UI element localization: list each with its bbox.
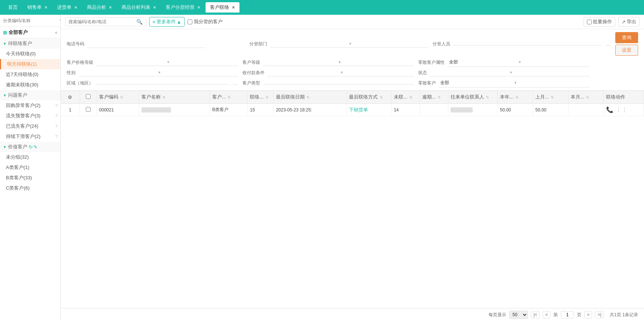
help-icon-3[interactable]: ?: [55, 124, 57, 128]
sort-date-icon[interactable]: ⇅: [307, 95, 309, 99]
sort-unlinked-icon[interactable]: ⇅: [409, 95, 412, 99]
all-customers-section: ⊞ 全部客户 «: [0, 27, 60, 38]
close-purchase-icon[interactable]: ✕: [74, 5, 77, 10]
filter-action-btns: 查询 设置: [615, 32, 638, 56]
sidebar-item-c-class[interactable]: C类客户(6): [0, 183, 60, 193]
sort-this-month-icon[interactable]: ⇅: [586, 95, 589, 99]
page-size-select[interactable]: 50 100 200: [509, 311, 528, 319]
dept-select[interactable]: ▾: [270, 40, 428, 48]
batch-ops-button[interactable]: 批量操作: [584, 17, 615, 27]
more-action-icon[interactable]: ⋮⋮: [616, 106, 627, 113]
retail-attr-chevron-icon: ▾: [519, 60, 588, 65]
nav-sales[interactable]: 销售单 ✕: [23, 2, 52, 13]
nav-customer-contact[interactable]: 客户联络 ✕: [206, 2, 239, 13]
sort-type-icon[interactable]: ⇅: [228, 95, 231, 99]
nav-product-analysis[interactable]: 商品分析 ✕: [83, 2, 116, 13]
region-dots-icon[interactable]: …: [233, 80, 238, 86]
last-contact-method-link[interactable]: 下销货单: [349, 107, 368, 113]
close-product-analysis-list-icon[interactable]: ✕: [153, 5, 156, 10]
nav-product-analysis-list[interactable]: 商品分析列表 ✕: [117, 2, 161, 13]
group-pending-contact[interactable]: ▼ 待联络客户: [0, 38, 60, 49]
cust-grade-chevron-icon: ▾: [339, 60, 413, 65]
cust-value-select[interactable]: ▾: [96, 59, 238, 66]
collapse-icon[interactable]: «: [55, 30, 57, 35]
close-customer-layer-icon[interactable]: ✕: [197, 5, 200, 10]
th-name: 客户名称 ⇅: [139, 91, 210, 104]
gender-select[interactable]: ▾: [78, 69, 238, 76]
more-conditions-btn[interactable]: ≡ 更多条件 ▲: [149, 17, 185, 27]
sort-code-icon[interactable]: ⇅: [120, 95, 123, 99]
sort-year-icon[interactable]: ⇅: [515, 95, 518, 99]
td-last-contact-date: 2023-05-23 18:25:: [273, 104, 346, 116]
chevron-up-icon: ▲: [177, 19, 182, 25]
select-all-checkbox[interactable]: [86, 94, 91, 99]
phone-input[interactable]: [87, 40, 205, 48]
manager-dots-icon[interactable]: …: [606, 41, 611, 47]
data-table: ⚙ 客户编码 ⇅ 客户名称 ⇅: [61, 91, 644, 116]
gender-chevron-icon: ▾: [158, 70, 237, 75]
last-page-button[interactable]: >|: [595, 311, 604, 318]
close-customer-contact-icon[interactable]: ✕: [232, 5, 235, 10]
row-checkbox[interactable]: [86, 107, 91, 112]
sidebar-item-overdue[interactable]: 逾期未联络(30): [0, 80, 60, 90]
settings-icon[interactable]: ⚙: [68, 94, 72, 100]
sort-overdue-icon[interactable]: ⇅: [438, 95, 441, 99]
help-icon-2[interactable]: ?: [55, 114, 57, 118]
sidebar-item-declining[interactable]: 持续下滑客户(2) ?: [0, 131, 60, 142]
first-page-button[interactable]: |<: [531, 311, 540, 318]
sidebar-item-today[interactable]: 今天待联络(0): [0, 49, 60, 59]
region-select[interactable]: [96, 82, 228, 84]
page-number-input[interactable]: [561, 311, 574, 318]
sidebar-item-churn-warning[interactable]: 流失预警客户(3) ?: [0, 111, 60, 121]
sidebar-item-b-class[interactable]: B类客户(33): [0, 173, 60, 183]
export-button[interactable]: ↗ 导出: [618, 17, 640, 27]
grid-icon: ⊞: [3, 30, 7, 35]
payment-select[interactable]: ▾: [267, 69, 414, 76]
filter-cust-grade: 客户等级 ▾: [242, 59, 414, 66]
nav-purchase[interactable]: 进货单 ✕: [53, 2, 82, 13]
my-customers-checkbox[interactable]: [188, 20, 192, 24]
help-icon-4[interactable]: ?: [55, 134, 57, 139]
batch-checkbox[interactable]: [587, 20, 592, 24]
search-submit-icon[interactable]: 🔍: [136, 19, 143, 25]
sort-name-icon[interactable]: ⇅: [162, 95, 165, 99]
nav-customer-layer[interactable]: 客户分层经营 ✕: [161, 2, 205, 13]
sidebar-item-7days[interactable]: 近7天待联络(0): [0, 69, 60, 80]
retail-customer-select[interactable]: 全部 ▾: [439, 79, 589, 87]
prev-page-button[interactable]: <: [543, 311, 550, 318]
search-input[interactable]: [69, 19, 135, 24]
sort-liaison-icon[interactable]: ⇅: [486, 95, 489, 99]
sidebar-search-wrap: 🔍: [0, 15, 60, 27]
cust-grade-select[interactable]: ▾: [263, 59, 414, 66]
phone-action-icon[interactable]: 📞: [606, 106, 613, 113]
cust-type-select[interactable]: [263, 82, 414, 84]
data-table-wrap: ⚙ 客户编码 ⇅ 客户名称 ⇅: [61, 91, 644, 308]
sort-last-month-icon[interactable]: ⇅: [551, 95, 554, 99]
sort-method-icon[interactable]: ⇅: [380, 95, 383, 99]
manager-select[interactable]: [453, 43, 601, 45]
my-customers-check[interactable]: 我分管的客户: [188, 18, 223, 25]
status-select[interactable]: ▾: [430, 69, 589, 76]
edit-value-icon[interactable]: ✎: [34, 144, 38, 150]
sidebar-item-tomorrow[interactable]: 明天待联络(1): [0, 59, 60, 69]
sidebar-item-a-class[interactable]: A类客户(1): [0, 162, 60, 173]
sidebar-item-ungrouped[interactable]: 未分组(32): [0, 152, 60, 162]
group-value-customers[interactable]: ▼ 价值客户 ↻ ✎: [0, 142, 60, 152]
sidebar-item-repurchase[interactable]: 回购异常客户(2) ?: [0, 100, 60, 111]
refresh-value-icon[interactable]: ↻: [29, 144, 33, 150]
th-settings[interactable]: ⚙: [61, 91, 80, 104]
query-button[interactable]: 查询: [615, 32, 638, 43]
help-icon-1[interactable]: ?: [55, 103, 57, 108]
nav-home[interactable]: 首页: [4, 2, 22, 13]
filter-cust-type: 客户类型: [242, 80, 414, 86]
retail-attr-select[interactable]: 全部 ▾: [448, 58, 589, 67]
reset-button[interactable]: 设置: [615, 45, 638, 56]
sidebar-item-churned[interactable]: 已流失客户(24) ?: [0, 121, 60, 131]
close-product-analysis-icon[interactable]: ✕: [109, 5, 112, 10]
next-page-button[interactable]: >: [584, 311, 592, 318]
group-problem-customers[interactable]: ▼ 问题客户: [0, 90, 60, 100]
td-action: 📞 ⋮⋮: [604, 104, 644, 116]
sidebar-search-input[interactable]: [3, 18, 58, 23]
close-sales-icon[interactable]: ✕: [44, 5, 48, 10]
sort-contact-count-icon[interactable]: ⇅: [266, 95, 269, 99]
